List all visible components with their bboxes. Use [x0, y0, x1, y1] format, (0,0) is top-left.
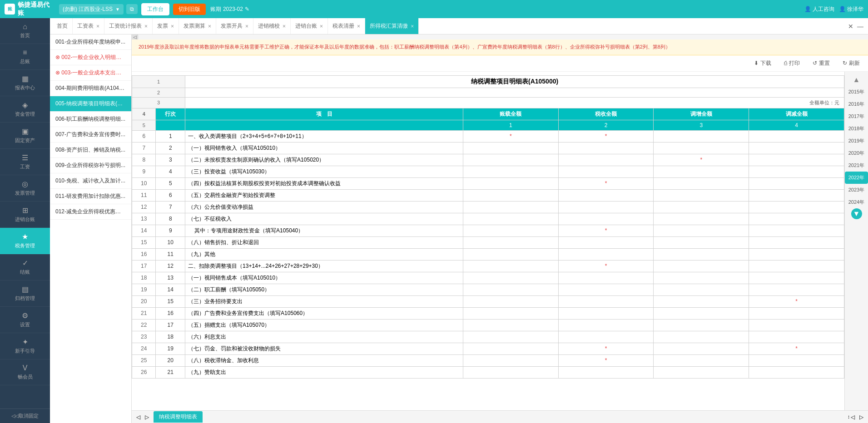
table-row: 1510 （八）销售折扣、折让和退回 [132, 236, 844, 248]
table-row: 2318 （六）利息支出 [132, 331, 844, 343]
left-item-012[interactable]: 012-减免企业所得税优惠明细(... [50, 204, 131, 220]
sidebar-item-invoice[interactable]: ◎ 发票管理 [0, 175, 50, 202]
unit-label: 全额单位：元 [185, 97, 844, 108]
year-2020[interactable]: 2020年 [845, 147, 868, 159]
year-2023[interactable]: 2023年 [845, 184, 868, 196]
table-row: 1914 （二）职工薪酬（填写A105050） [132, 284, 844, 295]
sidebar-item-archive[interactable]: ▤ 归档管理 [0, 280, 50, 307]
sidebar-item-report[interactable]: ▦ 报表中心 [0, 70, 50, 96]
tab-close-salary[interactable]: × [96, 23, 99, 30]
company-dropdown-icon: ▼ [115, 7, 120, 12]
archive-icon: ▤ [22, 285, 29, 294]
left-item-011[interactable]: 011-研发费用加计扣除优惠... [50, 189, 131, 204]
tab-close-invoice-calc[interactable]: × [208, 23, 211, 30]
table-row: 2419 （七）罚金、罚款和被没收财物的损失 ** [132, 343, 844, 354]
year-2016[interactable]: 2016年 [845, 98, 868, 110]
left-panel: 001-企业所得税年度纳税申... ⊗ 002-一般企业收入明细表(A1... … [50, 34, 132, 423]
sidebar-item-guide[interactable]: ✦ 新手引导 [0, 333, 50, 359]
pin-icon: ◁◁ [11, 413, 19, 419]
company-selector[interactable]: (勿删) 江西股业-LSS ▼ [59, 4, 124, 15]
sidebar-item-settings[interactable]: ⚙ 设置 [0, 307, 50, 333]
download-button[interactable]: ⬇ 下载 [750, 58, 775, 69]
year-2018[interactable]: 2018年 [845, 123, 868, 135]
year-scroll-up[interactable]: ▲ [851, 74, 862, 86]
minimize-icon[interactable]: — [857, 23, 863, 30]
tab-salary[interactable]: 工资表 × [73, 18, 104, 34]
tab-home[interactable]: 首页 [52, 18, 73, 34]
table-row: 2116 （四）广告费和业务宣传费支出（填写A105060） [132, 307, 844, 319]
sidebar-item-member[interactable]: V 畅会员 [0, 359, 50, 385]
tab-close-income-tax[interactable]: × [411, 23, 414, 30]
left-item-008[interactable]: 008-资产折旧、摊销及纳税... [50, 143, 131, 158]
panel-collapse-btn[interactable]: ◁ [132, 34, 138, 39]
left-item-010[interactable]: 010-免税、减计收入及加计... [50, 173, 131, 189]
tab-invoice[interactable]: 发票 × [153, 18, 179, 34]
sidebar-item-home[interactable]: ⌂ 首页 [0, 18, 50, 44]
table-row: 1813 （一）视同销售成本（填写A105010） [132, 272, 844, 284]
left-item-002[interactable]: ⊗ 002-一般企业收入明细表(A1... [50, 50, 131, 65]
tab-invoice-open[interactable]: 发票开具 × [216, 18, 253, 34]
tab-invoice-calc[interactable]: 发票测算 × [179, 18, 216, 34]
left-item-009[interactable]: 009-企业所得税弥补亏损明... [50, 158, 131, 173]
tab-salary-report[interactable]: 工资统计报表 × [104, 18, 153, 34]
left-item-005[interactable]: 005-纳税调整项目明细表(A1... [50, 96, 131, 112]
settings-icon: ⚙ [22, 311, 28, 320]
period-edit-icon[interactable]: ✎ [245, 6, 249, 12]
tab-tax-clear[interactable]: 税表清册 × [328, 18, 365, 34]
ai-service-button[interactable]: 👤 人工咨询 [804, 5, 834, 13]
logo: 账 畅捷通易代账 [5, 1, 55, 17]
finance-icon: ◈ [22, 101, 28, 109]
left-item-007[interactable]: 007-广告费和业务宣传费时... [50, 127, 131, 143]
tab-close-invoice-open[interactable]: × [245, 23, 248, 30]
tab-income-tax[interactable]: 所得税汇算清缴 × [365, 18, 419, 34]
notice-bar: 2019年度涉及取以前年度维将数据的申报表单元格需要手工维护正确，才能保证本年及… [132, 39, 868, 55]
left-item-004[interactable]: 004-期间费用明细表(A1040... [50, 81, 131, 96]
tab-close-invoice[interactable]: × [171, 23, 174, 30]
year-2017[interactable]: 2017年 [845, 110, 868, 123]
pin-button[interactable]: ◁◁ 取消固定 [0, 408, 50, 423]
table-header-row: 4 行次 项 目 账载全额 税收全额 调增全额 调减全额 [132, 108, 844, 120]
tab-close-tax-clear[interactable]: × [357, 23, 360, 30]
year-2022[interactable]: 2022年 [845, 172, 868, 184]
year-2021[interactable]: 2021年 [845, 159, 868, 172]
nav-prev-sheet[interactable]: ◁ [136, 414, 140, 420]
sheet-bottom: ◁ ▷ 纳税调整明细表 ∶ ◁ ▷ [132, 410, 868, 423]
sidebar-item-assets[interactable]: ▣ 固定资产 [0, 123, 50, 149]
close-all-icon[interactable]: ✕ [848, 23, 853, 30]
sidebar-item-finance[interactable]: ◈ 资金管理 [0, 96, 50, 123]
copy-button[interactable]: ⧉ [126, 4, 138, 14]
tab-input-ledger[interactable]: 进销台账 × [291, 18, 328, 34]
sidebar-label-home: 首页 [20, 32, 30, 39]
sidebar-item-settlement[interactable]: ✓ 结账 [0, 254, 50, 280]
tax-icon: ★ [22, 232, 28, 241]
old-version-button[interactable]: 切到旧版 [173, 4, 206, 15]
table-row: 94 （三）投资收益（填写A105030） [132, 166, 844, 177]
sheet-container[interactable]: 1 纳税调整项目明细表(A105000) 2 3 [132, 72, 844, 410]
invoice-icon: ◎ [22, 180, 28, 188]
sidebar-item-salary[interactable]: ☰ 工资 [0, 149, 50, 175]
left-item-003[interactable]: ⊗ 003-一般企业成本支出明细... [50, 65, 131, 81]
user-menu[interactable]: 👤 徐泽华 [839, 5, 863, 13]
sheet-tab-main[interactable]: 纳税调整明细表 [154, 411, 203, 423]
sidebar-item-tax[interactable]: ★ 税务管理 [0, 228, 50, 254]
year-scroll-down[interactable]: ▼ [851, 208, 862, 219]
tab-close-input-ledger[interactable]: × [320, 23, 323, 30]
tab-close-input-vat[interactable]: × [283, 23, 286, 30]
tab-input-vat[interactable]: 进销稽校 × [253, 18, 291, 34]
refresh-button[interactable]: ↻ 刷新 [839, 58, 863, 69]
year-2015[interactable]: 2015年 [845, 86, 868, 98]
sidebar-label-assets: 固定资产 [15, 137, 35, 144]
col-zaizai: 账载全额 [463, 108, 558, 120]
reset-button[interactable]: ↺ 重置 [809, 58, 833, 69]
sidebar-item-ledger[interactable]: ≡ 总账 [0, 44, 50, 70]
year-2024[interactable]: 2024年 [845, 196, 868, 208]
print-button[interactable]: ⎙ 打印 [780, 58, 804, 69]
workbench-button[interactable]: 工作台 [141, 3, 169, 15]
year-2019[interactable]: 2019年 [845, 135, 868, 147]
tab-close-salary-report[interactable]: × [144, 23, 148, 30]
nav-next-sheet[interactable]: ▷ [145, 414, 149, 420]
sidebar-item-input[interactable]: ⊞ 进销台账 [0, 202, 50, 228]
horizontal-scroll[interactable]: ▷ [859, 414, 863, 420]
left-item-006[interactable]: 006-职工薪酬纳税调整明细... [50, 112, 131, 127]
left-item-001[interactable]: 001-企业所得税年度纳税申... [50, 34, 131, 50]
